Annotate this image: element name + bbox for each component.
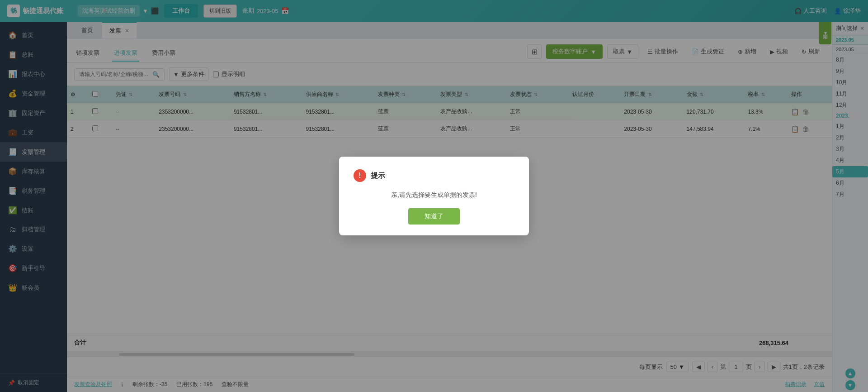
modal-title: 提示 xyxy=(371,171,385,181)
modal-footer: 知道了 xyxy=(354,208,514,225)
alert-modal: ! 提示 亲,请先选择要生成单据的发票! 知道了 xyxy=(339,157,529,235)
modal-message: 亲,请先选择要生成单据的发票! xyxy=(354,191,514,199)
modal-overlay: ! 提示 亲,请先选择要生成单据的发票! 知道了 xyxy=(0,0,868,392)
warning-icon: ! xyxy=(354,169,366,182)
modal-title-row: ! 提示 xyxy=(354,169,514,182)
modal-ok-button[interactable]: 知道了 xyxy=(408,208,460,225)
